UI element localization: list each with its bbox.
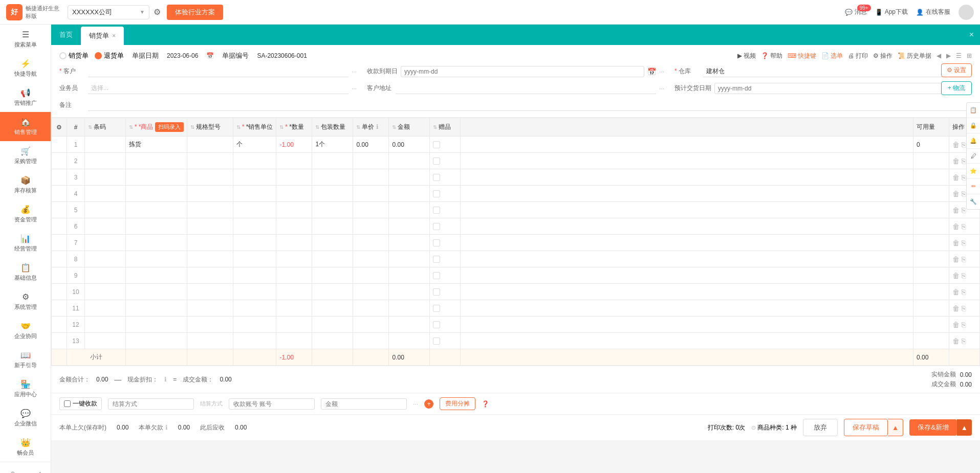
price-info-icon[interactable]: ℹ	[376, 123, 379, 130]
payment-calendar-icon[interactable]: 📅	[647, 67, 656, 76]
salesperson-more-icon[interactable]: ···	[352, 85, 357, 92]
online-service-button[interactable]: 👤 在线客服	[916, 8, 950, 16]
sidebar-item-appstore[interactable]: 🏪 应用中心	[0, 374, 51, 403]
row-pack[interactable]: 1个	[312, 137, 353, 153]
account-input[interactable]	[229, 398, 315, 410]
row-price[interactable]: 0.00	[353, 137, 389, 153]
sidebar-item-finance[interactable]: 💰 资金管理	[0, 199, 51, 229]
tab-sales-order[interactable]: 销货单 ×	[81, 27, 124, 45]
rf-item-4[interactable]: 🖊	[967, 149, 980, 164]
copy-row-icon[interactable]: ⎘	[962, 141, 966, 149]
order-due-info-icon[interactable]: ℹ	[165, 424, 168, 431]
delete-row-icon[interactable]: 🗑	[952, 190, 960, 198]
save-new-arrow[interactable]: ▲	[957, 419, 972, 436]
one-click-payment-button[interactable]: 一键收款	[59, 397, 102, 410]
experience-button[interactable]: 体验行业方案	[167, 5, 223, 20]
row-qty[interactable]: -1.00	[276, 137, 312, 153]
rf-item-7[interactable]: 🔧	[967, 194, 980, 209]
sidebar-item-system[interactable]: ⚙ 系统管理	[0, 287, 51, 316]
sidebar-collapse-button[interactable]: ◀	[34, 466, 42, 473]
logistics-button[interactable]: + 物流	[941, 81, 972, 95]
app-download-button[interactable]: 📱 App下载	[875, 8, 908, 16]
sidebar-item-collab[interactable]: 🤝 企业协同	[0, 316, 51, 345]
copy-row-icon[interactable]: ⎘	[962, 288, 966, 296]
ops-button[interactable]: ⚙ 操作	[873, 52, 892, 60]
sidebar-settings-button[interactable]: ⚙	[8, 466, 17, 473]
copy-row-icon[interactable]: ⎘	[962, 157, 966, 165]
rf-item-1[interactable]: 📋	[967, 103, 980, 118]
message-button[interactable]: 💬 消息 99+	[845, 8, 867, 16]
sidebar-item-inventory[interactable]: 📦 库存核算	[0, 170, 51, 199]
copy-row-icon[interactable]: ⎘	[962, 337, 966, 345]
row-spec[interactable]	[187, 137, 233, 153]
rf-item-5[interactable]: ⭐	[967, 164, 980, 179]
address-more-icon[interactable]: ···	[659, 85, 664, 92]
row-unit[interactable]: 个	[233, 137, 276, 153]
copy-row-icon[interactable]: ⎘	[962, 173, 966, 182]
copy-row-icon[interactable]: ⎘	[962, 222, 966, 231]
save-draft-arrow[interactable]: ▲	[888, 419, 903, 436]
delete-row-icon[interactable]: 🗑	[952, 157, 960, 165]
amount-input[interactable]	[321, 398, 407, 410]
sidebar-item-nav[interactable]: ⚡ 快捷导航	[0, 54, 51, 83]
rf-item-3[interactable]: 🔔	[967, 133, 980, 149]
save-new-button[interactable]: 保存&新增	[909, 419, 957, 436]
discount-info-icon[interactable]: ℹ	[164, 376, 167, 383]
sidebar-item-wechat[interactable]: 💬 企业微信	[0, 403, 51, 433]
delete-row-icon[interactable]: 🗑	[952, 222, 960, 231]
gift-checkbox[interactable]	[433, 141, 440, 148]
copy-row-icon[interactable]: ⎘	[962, 272, 966, 280]
rf-item-6[interactable]: ✏	[967, 179, 980, 194]
select-button[interactable]: 📄 选单	[821, 52, 843, 60]
delete-row-icon[interactable]: 🗑	[952, 255, 960, 263]
warehouse-input[interactable]	[703, 65, 964, 77]
row-gift[interactable]	[430, 137, 461, 153]
delete-row-icon[interactable]: 🗑	[952, 239, 960, 247]
scan-button[interactable]: 扫码录入	[155, 122, 184, 132]
company-selector[interactable]: XXXXXX公司 ▼	[68, 5, 149, 19]
settings-button[interactable]: ⚙ 设置	[941, 63, 972, 77]
nav-prev-icon[interactable]: ◀	[937, 52, 941, 59]
field-more-icon[interactable]: ···	[413, 400, 418, 408]
delete-row-icon[interactable]: 🗑	[952, 173, 960, 182]
tab-home[interactable]: 首页	[51, 25, 81, 45]
sidebar-item-search[interactable]: ☰ 搜索菜单	[0, 25, 51, 54]
copy-row-icon[interactable]: ⎘	[962, 321, 966, 329]
save-draft-button[interactable]: 保存草稿	[844, 419, 888, 436]
shortcut-button[interactable]: ⌨ 快捷键	[788, 52, 816, 60]
view-list-icon[interactable]: ☰	[956, 52, 962, 59]
customer-more-icon[interactable]: ···	[352, 68, 357, 75]
sidebar-item-guide[interactable]: 📖 新手引导	[0, 345, 51, 374]
sidebar-item-member[interactable]: 👑 畅会员	[0, 433, 51, 462]
customer-address-input[interactable]	[396, 82, 656, 94]
history-button[interactable]: 📜 历史单据	[898, 52, 931, 60]
delete-row-icon[interactable]: 🗑	[952, 272, 960, 280]
expense-split-button[interactable]: 费用分摊	[440, 397, 475, 410]
salesperson-input[interactable]	[88, 82, 349, 94]
copy-row-icon[interactable]: ⎘	[962, 304, 966, 312]
sidebar-item-operations[interactable]: 📊 经营管理	[0, 229, 51, 258]
tab-close-icon[interactable]: ×	[112, 32, 116, 39]
customer-input[interactable]	[88, 65, 349, 77]
discard-button[interactable]: 放弃	[803, 419, 838, 436]
add-payment-button[interactable]: +	[424, 399, 433, 409]
sidebar-item-sales[interactable]: 🏠 销售管理	[0, 112, 51, 141]
row-goods[interactable]: 拣货	[126, 137, 187, 153]
one-click-checkbox[interactable]	[64, 400, 71, 407]
copy-row-icon[interactable]: ⎘	[962, 239, 966, 247]
radio-sales-order[interactable]: 销货单	[59, 51, 89, 60]
print-button[interactable]: 🖨 打印	[848, 52, 868, 60]
avatar[interactable]	[959, 5, 974, 20]
delete-row-icon[interactable]: 🗑	[952, 288, 960, 296]
delivery-date-input[interactable]	[714, 83, 960, 94]
video-button[interactable]: ▶ 视频	[737, 52, 756, 60]
calendar-icon[interactable]: 📅	[206, 52, 214, 59]
notes-input[interactable]	[88, 99, 972, 111]
expense-help-icon[interactable]: ❓	[482, 400, 489, 408]
nav-next-icon[interactable]: ▶	[946, 52, 951, 59]
row-barcode[interactable]	[85, 137, 126, 153]
settings-icon[interactable]: ⚙	[154, 7, 161, 17]
view-grid-icon[interactable]: ⊞	[967, 52, 972, 59]
radio-return-order[interactable]: 退货单	[95, 51, 124, 60]
payment-more-icon[interactable]: ···	[659, 68, 664, 75]
